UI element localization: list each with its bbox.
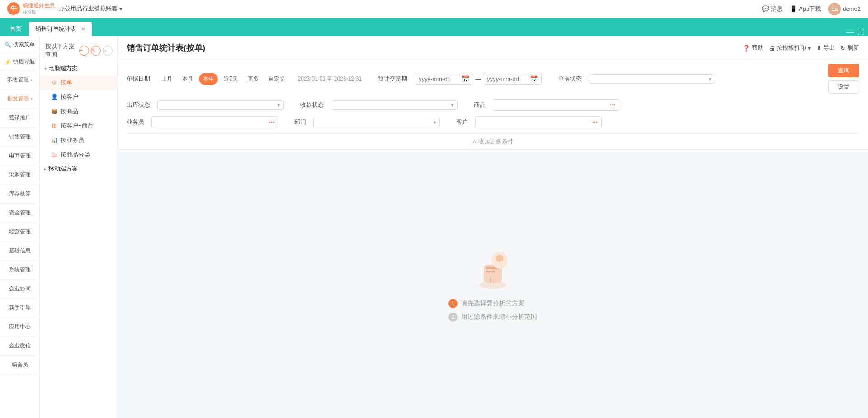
salesperson-field[interactable] — [156, 119, 267, 126]
date-btn-last-7[interactable]: 近7天 — [220, 73, 242, 85]
sidebar-item-basic[interactable]: 基础信息 — [0, 242, 39, 261]
svg-point-5 — [496, 255, 503, 262]
payment-status-select[interactable]: ▾ — [331, 100, 458, 110]
scheme-item-by-sales[interactable]: 📊 按业务员 — [40, 133, 117, 147]
svg-rect-3 — [486, 271, 495, 272]
customer-ellipsis-btn[interactable]: ··· — [592, 119, 598, 126]
date-btn-this-year[interactable]: 本年 — [199, 73, 218, 85]
collapse-label: 收起更多条件 — [478, 138, 514, 145]
sidebar-item-inventory[interactable]: 库存核算 — [0, 185, 39, 204]
order-status-label: 单据状态 — [558, 75, 581, 83]
help-btn[interactable]: ❓ 帮助 — [743, 44, 764, 52]
goods-label: 商品 — [474, 101, 486, 109]
scheme-collapse-btn[interactable]: « — [103, 46, 113, 56]
help-label: 帮助 — [752, 44, 764, 52]
scheme-item-by-cat-label: 按商品分类 — [61, 151, 90, 159]
sidebar-item-ecom[interactable]: 电商管理 — [0, 147, 39, 166]
export-icon: ⬇ — [816, 45, 821, 52]
sidebar: 🔍 搜索菜单 ⚡ 快捷导航 零售管理 ▸ 批发管理 ▾ 营销推广 销售管理 电商… — [0, 36, 40, 418]
scheme-item-by-goods-label: 按商品 — [61, 107, 78, 115]
tab-close-icon[interactable]: ✕ — [81, 26, 85, 32]
username: demo2 — [843, 5, 861, 12]
scheme-item-by-cat[interactable]: 🗂 按商品分类 — [40, 147, 117, 162]
sidebar-item-system[interactable]: 系统管理 — [0, 261, 39, 280]
customer-field[interactable] — [479, 119, 590, 126]
message-btn[interactable]: 💬 消息 — [762, 5, 783, 13]
sidebar-item-operation[interactable]: 经营管理 — [0, 223, 39, 242]
expected-delivery-inputs: 📅 — 📅 — [415, 73, 542, 85]
date-btn-this-month[interactable]: 本月 — [178, 73, 197, 85]
sidebar-item-member[interactable]: 畅会员 — [0, 356, 39, 375]
customer-input[interactable]: ··· — [475, 116, 602, 128]
expected-delivery-start-input[interactable] — [419, 76, 460, 82]
salesperson-ellipsis-btn[interactable]: ··· — [269, 119, 274, 126]
sidebar-item-inventory-label: 库存核算 — [9, 190, 31, 198]
tab-bar: 首页 销售订单统计表 ✕ — ⛶ — [0, 18, 868, 36]
sidebar-item-corp-wechat[interactable]: 企业微信 — [0, 337, 39, 356]
export-label: 导出 — [823, 44, 835, 52]
edit-icon: ✎ — [91, 48, 100, 54]
expected-delivery-start[interactable]: 📅 — [415, 73, 473, 85]
collapse-bar[interactable]: ∧ 收起更多条件 — [127, 133, 859, 149]
print-btn[interactable]: 🖨 按模板打印 ▾ — [769, 44, 811, 52]
expected-delivery-end[interactable]: 📅 — [483, 73, 542, 85]
search-icon: 🔍 — [5, 42, 11, 48]
app-download-label: App下载 — [799, 5, 821, 13]
sidebar-item-finance[interactable]: 资金管理 — [0, 204, 39, 223]
date-btn-last-month[interactable]: 上月 — [157, 73, 176, 85]
delivery-status-select[interactable]: ▾ — [157, 100, 284, 110]
account-dropdown[interactable]: 办公用品行业模拟账套 ▾ — [59, 5, 123, 13]
sidebar-item-basic-label: 基础信息 — [9, 247, 31, 255]
sidebar-item-enterprise[interactable]: 企业协同 — [0, 280, 39, 299]
goods-input[interactable]: ··· — [493, 99, 619, 111]
tip-num-2: 2 — [448, 313, 458, 322]
sidebar-quick-nav[interactable]: ⚡ 快捷导航 — [0, 53, 39, 71]
department-select[interactable]: ▾ — [313, 118, 440, 127]
department-label: 部门 — [294, 118, 306, 126]
sales-scheme-icon: 📊 — [51, 137, 58, 144]
sidebar-item-retail[interactable]: 零售管理 ▸ — [0, 71, 39, 90]
sidebar-item-finance-label: 资金管理 — [9, 209, 31, 217]
order-status-select[interactable]: ▾ — [589, 74, 715, 84]
date-btn-custom[interactable]: 自定义 — [264, 73, 289, 85]
scheme-item-by-goods[interactable]: 📦 按商品 — [40, 104, 117, 119]
sidebar-item-marketing[interactable]: 营销推广 — [0, 109, 39, 128]
scheme-item-by-order[interactable]: ⊙ 按单 — [40, 75, 117, 90]
sidebar-item-purchase[interactable]: 采购管理 — [0, 166, 39, 185]
tip-text-2: 用过滤条件来缩小分析范围 — [461, 313, 537, 321]
scheme-add-btn[interactable]: + — [79, 46, 89, 56]
tab-sales-stat[interactable]: 销售订单统计表 ✕ — [29, 22, 92, 36]
goods-field[interactable] — [497, 102, 608, 109]
sidebar-item-operation-label: 经营管理 — [9, 228, 31, 236]
salesperson-input[interactable]: ··· — [151, 116, 278, 128]
expected-delivery-end-input[interactable] — [487, 76, 528, 82]
goods-ellipsis-btn[interactable]: ··· — [610, 101, 615, 109]
scheme-edit-btn[interactable]: ✎ — [91, 46, 101, 56]
scheme-group-pc-title[interactable]: ▾ 电脑端方案 — [40, 62, 117, 75]
tab-home[interactable]: 首页 — [4, 22, 28, 36]
page-title: 销售订单统计表(按单) — [127, 43, 205, 53]
scheme-item-by-cust-goods[interactable]: ⊞ 按客户+商品 — [40, 119, 117, 133]
date-btn-more[interactable]: 更多 — [244, 73, 263, 85]
minimize-icon[interactable]: — — [846, 28, 854, 36]
sidebar-item-member-label: 畅会员 — [12, 361, 28, 369]
query-btn[interactable]: 查询 — [828, 64, 859, 77]
quick-nav-label: 快捷导航 — [13, 58, 35, 66]
scheme-item-by-customer[interactable]: 👤 按客户 — [40, 90, 117, 104]
maximize-icon[interactable]: ⛶ — [857, 28, 864, 36]
scheme-group-mobile-title[interactable]: ▸ 移动端方案 — [40, 162, 117, 176]
sidebar-item-newbie[interactable]: 新手引导 — [0, 299, 39, 318]
search-menu-label: 搜索菜单 — [13, 41, 35, 48]
user-menu[interactable]: Ea demo2 — [828, 3, 861, 15]
sidebar-item-appstore[interactable]: 应用中心 — [0, 318, 39, 337]
refresh-btn[interactable]: ↻ 刷新 — [840, 44, 859, 52]
chevron-down-icon: ▾ — [808, 45, 811, 52]
scheme-panel-title: 按以下方案查询 — [45, 43, 76, 59]
setting-btn[interactable]: 设置 — [828, 80, 859, 94]
app-download-btn[interactable]: 📱 App下载 — [790, 5, 821, 13]
app-icon: 📱 — [790, 5, 797, 12]
export-btn[interactable]: ⬇ 导出 — [816, 44, 835, 52]
sidebar-item-wholesale[interactable]: 批发管理 ▾ — [0, 90, 39, 109]
sidebar-search-menu[interactable]: 🔍 搜索菜单 — [0, 36, 39, 53]
sidebar-item-sales-mgmt[interactable]: 销售管理 — [0, 128, 39, 147]
